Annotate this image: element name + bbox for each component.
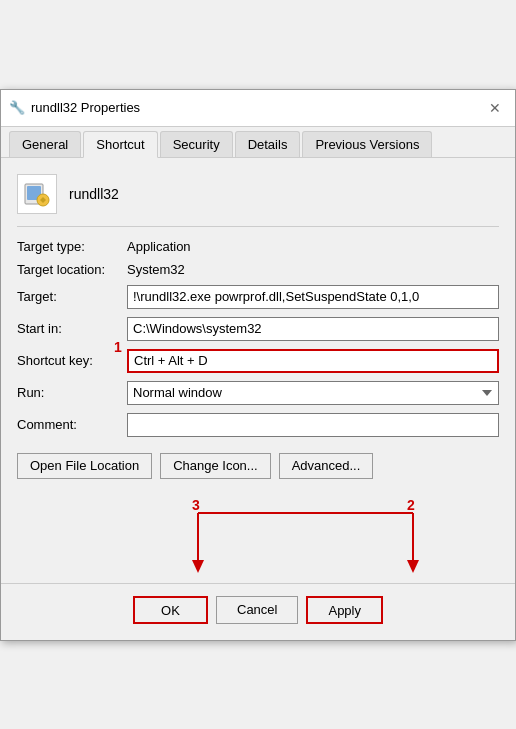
annotation-1: 1: [114, 339, 122, 355]
action-buttons-row: Open File Location Change Icon... Advanc…: [17, 453, 499, 479]
shortcut-key-input[interactable]: [127, 349, 499, 373]
start-in-row: Start in:: [17, 317, 499, 341]
tabs-bar: General Shortcut Security Details Previo…: [1, 127, 515, 158]
tab-content: rundll32 Target type: Application Target…: [1, 158, 515, 583]
target-type-row: Target type: Application: [17, 239, 499, 254]
footer-buttons: OK Cancel Apply: [1, 583, 515, 640]
shortcut-key-label: Shortcut key:: [17, 353, 127, 368]
close-button[interactable]: ✕: [483, 96, 507, 120]
cancel-button[interactable]: Cancel: [216, 596, 298, 624]
app-name: rundll32: [69, 186, 119, 202]
run-select[interactable]: Normal window Minimized Maximized: [127, 381, 499, 405]
annotation-area: 3 2: [17, 487, 499, 567]
change-icon-button[interactable]: Change Icon...: [160, 453, 271, 479]
title-bar: 🔧 rundll32 Properties ✕: [1, 90, 515, 127]
start-in-input[interactable]: [127, 317, 499, 341]
tab-general[interactable]: General: [9, 131, 81, 157]
window-icon: 🔧: [9, 100, 25, 116]
shortcut-key-row: Shortcut key: 1: [17, 349, 499, 373]
comment-input[interactable]: [127, 413, 499, 437]
open-file-location-button[interactable]: Open File Location: [17, 453, 152, 479]
target-label: Target:: [17, 289, 127, 304]
target-location-value: System32: [127, 262, 185, 277]
app-header: rundll32: [17, 174, 499, 227]
run-label: Run:: [17, 385, 127, 400]
target-input[interactable]: [127, 285, 499, 309]
target-location-row: Target location: System32: [17, 262, 499, 277]
svg-marker-8: [407, 560, 419, 573]
start-in-label: Start in:: [17, 321, 127, 336]
svg-text:2: 2: [407, 497, 415, 513]
ok-button[interactable]: OK: [133, 596, 208, 624]
apply-button[interactable]: Apply: [306, 596, 383, 624]
tab-security[interactable]: Security: [160, 131, 233, 157]
annotation-svg: 3 2: [17, 495, 499, 575]
window-title: rundll32 Properties: [31, 100, 140, 115]
comment-label: Comment:: [17, 417, 127, 432]
tab-shortcut[interactable]: Shortcut: [83, 131, 157, 158]
comment-row: Comment:: [17, 413, 499, 437]
svg-marker-6: [192, 560, 204, 573]
target-type-label: Target type:: [17, 239, 127, 254]
target-location-label: Target location:: [17, 262, 127, 277]
advanced-button[interactable]: Advanced...: [279, 453, 374, 479]
app-icon: [17, 174, 57, 214]
target-row: Target:: [17, 285, 499, 309]
tab-previous-versions[interactable]: Previous Versions: [302, 131, 432, 157]
run-row: Run: Normal window Minimized Maximized: [17, 381, 499, 405]
title-bar-left: 🔧 rundll32 Properties: [9, 100, 140, 116]
tab-details[interactable]: Details: [235, 131, 301, 157]
properties-window: 🔧 rundll32 Properties ✕ General Shortcut…: [0, 89, 516, 641]
target-type-value: Application: [127, 239, 191, 254]
svg-text:3: 3: [192, 497, 200, 513]
